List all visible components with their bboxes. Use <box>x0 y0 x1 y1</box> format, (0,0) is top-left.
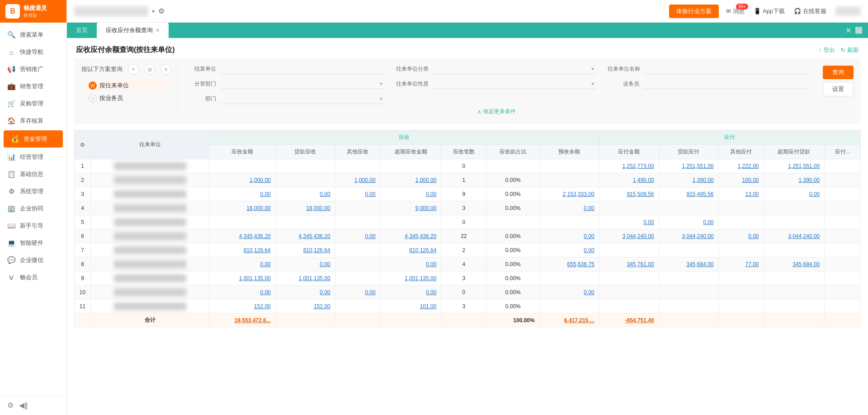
industry-solution-button[interactable]: 体验行业方案 <box>669 5 719 18</box>
sidebar-item-purchase[interactable]: 🛒 采购管理 <box>0 95 66 112</box>
sidebar-item-wechat[interactable]: 💬 企业微信 <box>0 252 66 269</box>
cell-ar-amount[interactable]: 0.00 <box>209 286 275 300</box>
sidebar-collapse-icon[interactable]: ◀‖ <box>19 401 28 410</box>
sidebar-item-inventory[interactable]: 🏠 库存核算 <box>0 112 66 129</box>
cell-ar-amount[interactable]: 0.00 <box>209 258 275 272</box>
footer-ap-total[interactable]: -654,751.40 <box>599 314 659 327</box>
filter-add-button[interactable]: + <box>128 64 139 75</box>
cell-ap-other[interactable]: 0.00 <box>718 229 764 243</box>
footer-ar-prepaid[interactable]: 6,417,215.... <box>539 314 599 327</box>
cell-ar-overdue[interactable]: 810,126.64 <box>380 243 441 258</box>
unit-category-select[interactable]: ▾ <box>432 64 597 74</box>
cell-ap-credit[interactable]: 0.00 <box>659 215 718 229</box>
filter-collapse-btn[interactable]: ∧ 收起更多条件 <box>184 108 808 115</box>
cell-ar-overdue[interactable]: 0.00 <box>380 286 441 300</box>
cell-ar-other[interactable]: 0.00 <box>335 187 380 201</box>
cell-ar-other[interactable]: 1,000.00 <box>335 173 380 187</box>
cell-ar-amount[interactable]: 18,000.00 <box>209 201 275 215</box>
footer-ar-total[interactable]: 19,553,472,6... <box>209 314 275 327</box>
cell-ar-overdue[interactable]: 9,000.00 <box>380 201 441 215</box>
sidebar-item-operation[interactable]: 📊 经营管理 <box>0 148 66 166</box>
refresh-button[interactable]: ↻ 刷新 <box>840 46 859 54</box>
cell-ar-other[interactable]: 0.00 <box>335 286 380 300</box>
cell-ar-credit[interactable]: 1,001,135.00 <box>275 272 335 286</box>
sidebar-item-member[interactable]: V 畅会员 <box>0 269 66 286</box>
cell-ar-credit[interactable]: 4,345,436.20 <box>275 229 335 243</box>
cell-ar-amount[interactable]: 0.00 <box>209 187 275 201</box>
cell-ar-credit[interactable]: 0.00 <box>275 258 335 272</box>
close-window-icon[interactable]: ✕ <box>845 26 851 35</box>
cell-ar-other[interactable]: 0.00 <box>335 229 380 243</box>
cell-ap-amount[interactable]: 1,490.00 <box>599 173 659 187</box>
sidebar-item-quicknav[interactable]: ⌂ 快捷导航 <box>0 43 66 61</box>
cell-ap-overdue[interactable]: 1,251,551.00 <box>764 159 825 173</box>
user-profile[interactable]: Rit <box>835 7 861 15</box>
table-settings-th[interactable]: ⚙ <box>75 130 91 159</box>
cell-ap-overdue[interactable]: 1,390.00 <box>764 173 825 187</box>
cell-ap-credit[interactable]: 345,684.00 <box>659 258 718 272</box>
cell-ap-other[interactable]: 100.00 <box>718 173 764 187</box>
sidebar-item-guide[interactable]: 📖 新手引导 <box>0 217 66 234</box>
notification-button[interactable]: ✉ 消息 99+ <box>726 7 745 15</box>
cell-ap-overdue[interactable]: 0.00 <box>764 187 825 201</box>
sidebar-item-basic[interactable]: 📋 基础信息 <box>0 166 66 183</box>
sidebar-item-system[interactable]: ⚙ 系统管理 <box>0 183 66 200</box>
query-button[interactable]: 查询 <box>823 66 854 79</box>
cell-ar-amount[interactable]: 152.00 <box>209 300 275 314</box>
cell-ar-prepaid[interactable]: 655,636.75 <box>539 258 599 272</box>
cell-ar-overdue[interactable]: 4,345,436.20 <box>380 229 441 243</box>
app-download-button[interactable]: 📱 App下载 <box>754 7 785 15</box>
online-service-button[interactable]: 🎧 在线客服 <box>794 7 826 15</box>
tab-arbalance[interactable]: 应收应付余额查询 ✕ <box>97 23 169 38</box>
settings-button[interactable]: 设置 <box>823 82 854 96</box>
maximize-icon[interactable]: ⬜ <box>855 27 863 34</box>
cell-ap-amount[interactable]: 345,761.00 <box>599 258 659 272</box>
topbar-dropdown-arrow[interactable]: ▾ <box>152 8 155 14</box>
filter-option-by-employee[interactable]: ○ 按业务员 <box>85 93 171 104</box>
tab-home[interactable]: 首页 <box>67 23 97 38</box>
cell-ar-overdue[interactable]: 1,000.00 <box>380 173 441 187</box>
cell-ap-other[interactable]: 77.00 <box>718 258 764 272</box>
cell-ar-credit[interactable]: 152.00 <box>275 300 335 314</box>
cell-ar-overdue[interactable]: 0.00 <box>380 258 441 272</box>
cell-ar-overdue[interactable]: 1,001,135.00 <box>380 272 441 286</box>
cell-ar-credit[interactable]: 0.00 <box>275 286 335 300</box>
cell-ap-other[interactable]: 1,222.00 <box>718 159 764 173</box>
cell-ar-amount[interactable]: 1,000.00 <box>209 173 275 187</box>
cell-ap-amount[interactable]: 0.00 <box>599 215 659 229</box>
cell-ar-overdue[interactable]: 0.00 <box>380 187 441 201</box>
filter-collapse-button[interactable]: « <box>160 64 171 75</box>
sidebar-item-marketing[interactable]: 📢 营销推广 <box>0 61 66 78</box>
cell-ar-credit[interactable]: 18,000.00 <box>275 201 335 215</box>
department-select[interactable]: ▾ <box>220 94 385 104</box>
cell-ap-overdue[interactable]: 3,044,240.00 <box>764 229 825 243</box>
unit-name-input[interactable] <box>644 64 808 74</box>
tab-close-icon[interactable]: ✕ <box>156 28 160 33</box>
cell-ap-overdue[interactable]: 345,684.00 <box>764 258 825 272</box>
cell-ap-amount[interactable]: 915,508.56 <box>599 187 659 201</box>
dept-manager-select[interactable]: ▾ <box>220 79 385 89</box>
cell-ar-amount[interactable]: 1,001,135.00 <box>209 272 275 286</box>
cell-ap-other[interactable]: 13.00 <box>718 187 764 201</box>
cell-ar-prepaid[interactable]: 0.00 <box>539 243 599 258</box>
export-button[interactable]: ↑ 导出 <box>819 46 835 54</box>
salesperson-select[interactable]: ··· <box>643 79 808 89</box>
cell-ap-amount[interactable]: 1,252,773.00 <box>599 159 659 173</box>
cell-ar-credit[interactable]: 810,126.64 <box>275 243 335 258</box>
topbar-gear-icon[interactable]: ⚙ <box>158 7 165 15</box>
sidebar-settings-icon[interactable]: ⚙ <box>7 401 14 410</box>
sidebar-item-finance[interactable]: 💰 资金管理 <box>4 130 63 148</box>
sidebar-item-hardware[interactable]: 💻 智能硬件 <box>0 234 66 252</box>
cell-ar-amount[interactable]: 810,126.64 <box>209 243 275 258</box>
settlement-unit-select[interactable]: ··· <box>220 64 385 74</box>
sidebar-item-sales[interactable]: 💼 销售管理 <box>0 78 66 95</box>
cell-ap-credit[interactable]: 1,390.00 <box>659 173 718 187</box>
cell-ap-credit[interactable]: 915,495.56 <box>659 187 718 201</box>
cell-ar-amount[interactable]: 4,345,436.20 <box>209 229 275 243</box>
cell-ar-prepaid[interactable]: 0.00 <box>539 201 599 215</box>
filter-option-by-unit[interactable]: W 按往来单位 <box>85 80 171 91</box>
cell-ap-amount[interactable]: 3,044,240.00 <box>599 229 659 243</box>
cell-ap-credit[interactable]: 3,044,240.00 <box>659 229 718 243</box>
unit-nature-select[interactable]: ▾ <box>432 79 597 89</box>
filter-settings-button[interactable]: ◎ <box>144 64 155 75</box>
